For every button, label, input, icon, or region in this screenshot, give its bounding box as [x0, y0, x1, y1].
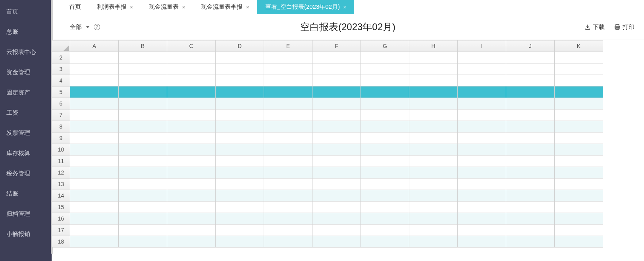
cell-J13[interactable] — [506, 178, 555, 190]
cell-B4[interactable] — [119, 75, 167, 86]
cell-D18[interactable] — [216, 236, 264, 248]
row-head-12[interactable]: 12 — [52, 167, 70, 178]
cell-H8[interactable] — [409, 121, 458, 132]
cell-I10[interactable] — [458, 144, 506, 155]
cell-D9[interactable] — [216, 132, 264, 144]
cell-J4[interactable] — [506, 75, 555, 86]
cell-D13[interactable] — [216, 178, 264, 190]
cell-K4[interactable] — [555, 75, 603, 86]
cell-C4[interactable] — [167, 75, 216, 86]
cell-K17[interactable] — [555, 225, 603, 236]
cell-B11[interactable] — [119, 155, 167, 167]
tab-4[interactable]: 查看_空白报表(2023年02月)× — [257, 0, 355, 14]
sidebar-item-11[interactable]: 小畅报销 — [0, 224, 52, 244]
cell-H15[interactable] — [409, 202, 458, 213]
row-head-4[interactable]: 4 — [52, 75, 70, 86]
sidebar-item-6[interactable]: 发票管理 — [0, 123, 52, 143]
cell-B2[interactable] — [119, 52, 167, 63]
cell-G3[interactable] — [361, 63, 409, 75]
cell-F13[interactable] — [312, 178, 361, 190]
cell-B3[interactable] — [119, 63, 167, 75]
cell-G16[interactable] — [361, 213, 409, 225]
cell-J16[interactable] — [506, 213, 555, 225]
close-icon[interactable]: × — [130, 4, 133, 10]
help-icon[interactable]: ? — [94, 24, 100, 30]
cell-F16[interactable] — [312, 213, 361, 225]
cell-K7[interactable] — [555, 109, 603, 121]
cell-H14[interactable] — [409, 190, 458, 202]
cell-A9[interactable] — [70, 132, 119, 144]
tab-3[interactable]: 现金流量表季报× — [193, 0, 257, 14]
print-button[interactable]: 打印 — [614, 23, 634, 31]
cell-C10[interactable] — [167, 144, 216, 155]
cell-A8[interactable] — [70, 121, 119, 132]
cell-F4[interactable] — [312, 75, 361, 86]
cell-D11[interactable] — [216, 155, 264, 167]
cell-F12[interactable] — [312, 167, 361, 178]
cell-J7[interactable] — [506, 109, 555, 121]
cell-C14[interactable] — [167, 190, 216, 202]
cell-A2[interactable] — [70, 52, 119, 63]
cell-E8[interactable] — [264, 121, 312, 132]
cell-K14[interactable] — [555, 190, 603, 202]
cell-C18[interactable] — [167, 236, 216, 248]
cell-B10[interactable] — [119, 144, 167, 155]
cell-I3[interactable] — [458, 63, 506, 75]
cell-C7[interactable] — [167, 109, 216, 121]
cell-G18[interactable] — [361, 236, 409, 248]
cell-B9[interactable] — [119, 132, 167, 144]
cell-H18[interactable] — [409, 236, 458, 248]
cell-G5[interactable] — [361, 86, 409, 98]
cell-J17[interactable] — [506, 225, 555, 236]
col-head-H[interactable]: H — [409, 40, 458, 52]
cell-I11[interactable] — [458, 155, 506, 167]
cell-D7[interactable] — [216, 109, 264, 121]
col-head-A[interactable]: A — [70, 40, 119, 52]
row-head-7[interactable]: 7 — [52, 109, 70, 121]
cell-J3[interactable] — [506, 63, 555, 75]
cell-E2[interactable] — [264, 52, 312, 63]
cell-F15[interactable] — [312, 202, 361, 213]
cell-B14[interactable] — [119, 190, 167, 202]
cell-K15[interactable] — [555, 202, 603, 213]
cell-B16[interactable] — [119, 213, 167, 225]
cell-D4[interactable] — [216, 75, 264, 86]
cell-G13[interactable] — [361, 178, 409, 190]
cell-F3[interactable] — [312, 63, 361, 75]
cell-G7[interactable] — [361, 109, 409, 121]
cell-H16[interactable] — [409, 213, 458, 225]
cell-C5[interactable] — [167, 86, 216, 98]
cell-E7[interactable] — [264, 109, 312, 121]
filter-label[interactable]: 全部 — [70, 23, 82, 31]
cell-G17[interactable] — [361, 225, 409, 236]
cell-A6[interactable] — [70, 98, 119, 109]
sidebar-item-3[interactable]: 资金管理 — [0, 62, 52, 83]
cell-K6[interactable] — [555, 98, 603, 109]
cell-E12[interactable] — [264, 167, 312, 178]
cell-A17[interactable] — [70, 225, 119, 236]
row-head-9[interactable]: 9 — [52, 132, 70, 144]
cell-A18[interactable] — [70, 236, 119, 248]
cell-K5[interactable] — [555, 86, 603, 98]
cell-K2[interactable] — [555, 52, 603, 63]
row-head-14[interactable]: 14 — [52, 190, 70, 202]
cell-I5[interactable] — [458, 86, 506, 98]
cell-F2[interactable] — [312, 52, 361, 63]
cell-I14[interactable] — [458, 190, 506, 202]
cell-A5[interactable] — [70, 86, 119, 98]
close-icon[interactable]: × — [182, 4, 185, 10]
cell-H9[interactable] — [409, 132, 458, 144]
sidebar-item-4[interactable]: 固定资产 — [0, 83, 52, 103]
cell-F6[interactable] — [312, 98, 361, 109]
cell-I6[interactable] — [458, 98, 506, 109]
cell-A3[interactable] — [70, 63, 119, 75]
cell-J5[interactable] — [506, 86, 555, 98]
col-head-K[interactable]: K — [555, 40, 603, 52]
cell-E3[interactable] — [264, 63, 312, 75]
cell-I8[interactable] — [458, 121, 506, 132]
cell-J9[interactable] — [506, 132, 555, 144]
cell-K18[interactable] — [555, 236, 603, 248]
cell-A12[interactable] — [70, 167, 119, 178]
cell-C11[interactable] — [167, 155, 216, 167]
cell-H2[interactable] — [409, 52, 458, 63]
